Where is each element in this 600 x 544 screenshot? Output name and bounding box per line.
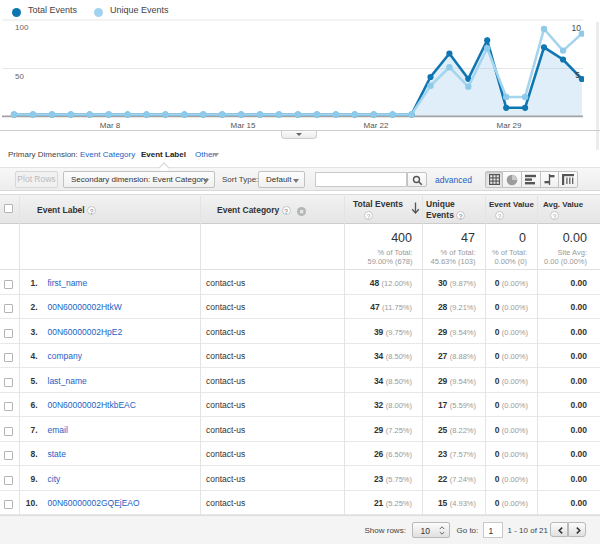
svg-text:10: 10 xyxy=(572,23,582,33)
svg-text:50: 50 xyxy=(15,72,24,81)
svg-text:5: 5 xyxy=(575,70,580,80)
svg-text:100: 100 xyxy=(15,23,29,32)
